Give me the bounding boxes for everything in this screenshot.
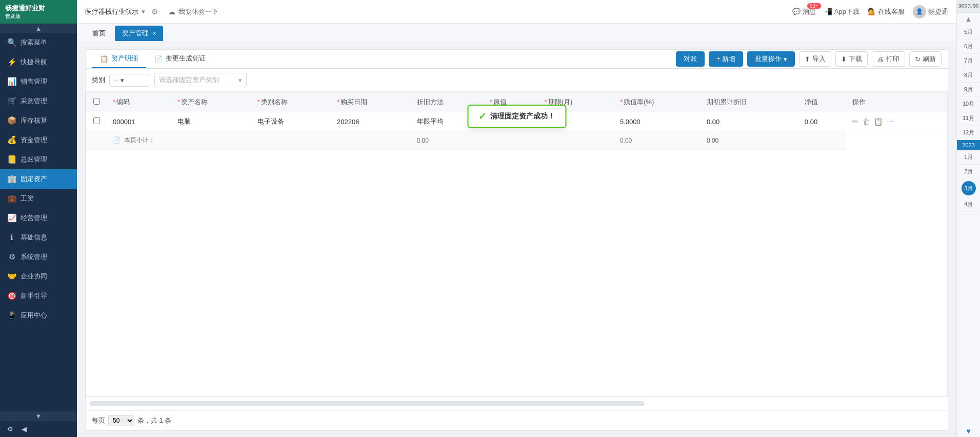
sidebar-item-sales[interactable]: 📊 销售管理 bbox=[0, 72, 77, 91]
experience-button[interactable]: ☁ 我要体验一下 bbox=[168, 7, 218, 16]
per-page-select[interactable]: 50 100 bbox=[108, 415, 134, 426]
right-panel-close-icon[interactable]: ✕ bbox=[973, 2, 978, 9]
sidebar-item-label: 资金管理 bbox=[21, 135, 47, 145]
new-button[interactable]: + 新增 bbox=[709, 51, 743, 67]
sub-tab-asset-detail[interactable]: 📋 资产明细 bbox=[92, 50, 146, 68]
company-selector[interactable]: 医疗器械行业演示 ▾ bbox=[85, 7, 145, 16]
sidebar-item-quicknav[interactable]: ⚡ 快捷导航 bbox=[0, 52, 77, 72]
timeline-month-may[interactable]: 5月 bbox=[957, 25, 980, 39]
sidebar-item-label: 快捷导航 bbox=[21, 57, 47, 67]
topbar-right: 💬 消息 99+ 📲 App下载 💁 在线客服 👤 畅捷通 bbox=[792, 5, 948, 18]
total-label: 条，共 1 条 bbox=[137, 416, 171, 425]
batch-button[interactable]: 批量操作 ▾ bbox=[747, 51, 795, 67]
tab-home[interactable]: 首页 bbox=[85, 26, 113, 41]
timeline-month-jul[interactable]: 7月 bbox=[957, 54, 980, 68]
change-voucher-icon: 📄 bbox=[154, 55, 163, 63]
experience-cloud-icon: ☁ bbox=[168, 8, 175, 16]
app-download-button[interactable]: 📲 App下载 bbox=[824, 7, 859, 16]
right-panel-expand-icon[interactable]: ⤢ bbox=[959, 2, 964, 9]
header-purchase-date: *购买日期 bbox=[331, 92, 410, 112]
import-button[interactable]: ⬆ 导入 bbox=[799, 51, 831, 67]
print-button[interactable]: 🖨 打印 bbox=[872, 51, 905, 67]
reconcile-button[interactable]: 对账 bbox=[676, 51, 705, 67]
message-button[interactable]: 💬 消息 99+ bbox=[792, 7, 816, 16]
timeline-month-dec[interactable]: 12月 bbox=[957, 126, 980, 140]
online-service-icon: 💁 bbox=[868, 8, 876, 15]
sub-tab-change-voucher[interactable]: 📄 变更生成凭证 bbox=[146, 50, 214, 68]
row-action-icons: ✏ 🗑 📋 ⋯ bbox=[852, 117, 941, 126]
timeline-month-mar-active[interactable]: 3月 bbox=[962, 181, 976, 195]
timeline-month-aug[interactable]: 8月 bbox=[957, 68, 980, 83]
timeline-heart-icon[interactable]: ♥ bbox=[964, 425, 972, 437]
payroll-icon: 💼 bbox=[7, 194, 16, 203]
fixed-assets-icon: 🏢 bbox=[7, 174, 16, 184]
search-icon: 🔍 bbox=[7, 38, 16, 47]
subtotal-initial-accumulated: 0.00 bbox=[614, 131, 701, 150]
batch-label: 批量操作 bbox=[755, 54, 782, 64]
user-menu[interactable]: 👤 畅捷通 bbox=[913, 5, 948, 18]
sidebar-item-search[interactable]: 🔍 搜索菜单 bbox=[0, 33, 77, 52]
sidebar-item-fixed-assets[interactable]: 🏢 固定资产 bbox=[0, 169, 77, 189]
delete-icon[interactable]: 🗑 bbox=[863, 117, 870, 126]
sidebar-nav: 🔍 搜索菜单 ⚡ 快捷导航 📊 销售管理 🛒 采购管理 📦 库存核算 💰 资金管… bbox=[0, 33, 77, 411]
timeline-scroll-up[interactable]: ▲ bbox=[963, 13, 974, 25]
sidebar-item-label: 应用中心 bbox=[21, 311, 47, 320]
timeline-month-jun[interactable]: 6月 bbox=[957, 39, 980, 54]
import-icon: ⬆ bbox=[805, 55, 810, 63]
sidebar-item-system[interactable]: ⚙ 系统管理 bbox=[0, 247, 77, 267]
horizontal-scrollbar[interactable] bbox=[90, 401, 645, 406]
funds-icon: 💰 bbox=[7, 135, 16, 145]
timeline-month-oct[interactable]: 10月 bbox=[957, 97, 980, 111]
sidebar-item-apps[interactable]: 📱 应用中心 bbox=[0, 306, 77, 325]
tab-asset-management[interactable]: 资产管理 × bbox=[115, 26, 163, 41]
more-icon[interactable]: ⋯ bbox=[887, 117, 894, 126]
header-net-value: 净值 bbox=[798, 92, 847, 112]
cell-code: 000001 bbox=[107, 112, 171, 131]
ledger-icon: 📒 bbox=[7, 155, 16, 164]
logo-sub: 普及版 bbox=[5, 13, 45, 20]
category-type-input[interactable]: 请选择固定资产类别 ▾ bbox=[154, 73, 247, 87]
sidebar-item-label: 工资 bbox=[21, 194, 34, 203]
settings-bottom-icon[interactable]: ⚙ bbox=[7, 425, 13, 433]
experience-label: 我要体验一下 bbox=[178, 7, 218, 16]
sidebar-item-payroll[interactable]: 💼 工资 bbox=[0, 189, 77, 208]
timeline-month-jan[interactable]: 1月 bbox=[957, 150, 980, 165]
operations-icon: 📈 bbox=[7, 213, 16, 223]
refresh-button[interactable]: ↻ 刷新 bbox=[909, 51, 942, 67]
timeline-year-2023: 2023 bbox=[957, 140, 980, 150]
select-all-checkbox[interactable] bbox=[93, 98, 100, 105]
edit-icon[interactable]: ✏ bbox=[852, 117, 858, 126]
timeline-month-apr[interactable]: 4月 bbox=[957, 197, 980, 212]
sidebar-logo: 畅捷通好业财 普及版 bbox=[0, 0, 77, 24]
settings-gear-icon[interactable]: ⚙ bbox=[151, 7, 158, 16]
sidebar-item-guide[interactable]: 🎯 新手引导 bbox=[0, 286, 77, 306]
sidebar-item-ledger[interactable]: 📒 总账管理 bbox=[0, 150, 77, 169]
import-label: 导入 bbox=[812, 54, 826, 64]
category-filter-label: 类别 bbox=[92, 75, 105, 85]
row-checkbox[interactable] bbox=[93, 117, 100, 124]
row-checkbox-cell bbox=[86, 112, 107, 131]
collapse-icon[interactable]: ◀ bbox=[22, 425, 27, 433]
sidebar-item-collab[interactable]: 🤝 企业协同 bbox=[0, 267, 77, 286]
sidebar-item-basic-info[interactable]: ℹ 基础信息 bbox=[0, 228, 77, 247]
sidebar-scroll-up[interactable]: ▲ bbox=[0, 24, 77, 33]
sidebar-item-funds[interactable]: 💰 资金管理 bbox=[0, 130, 77, 150]
sidebar-item-operations[interactable]: 📈 经营管理 bbox=[0, 208, 77, 228]
category-select[interactable]: -- ▾ bbox=[109, 74, 150, 87]
refresh-label: 刷新 bbox=[923, 54, 936, 64]
sidebar-scroll-down[interactable]: ▼ bbox=[0, 411, 77, 421]
download-button[interactable]: ⬇ 下载 bbox=[835, 51, 868, 67]
timeline-month-sep[interactable]: 9月 bbox=[957, 83, 980, 97]
copy-icon[interactable]: 📋 bbox=[874, 117, 883, 126]
basic-info-icon: ℹ bbox=[7, 233, 16, 242]
online-service-button[interactable]: 💁 在线客服 bbox=[868, 7, 905, 16]
pagination-bar: 每页 50 100 条，共 1 条 bbox=[86, 410, 948, 430]
avatar: 👤 bbox=[913, 5, 926, 18]
timeline-month-nov[interactable]: 11月 bbox=[957, 111, 980, 126]
timeline-month-feb[interactable]: 2月 bbox=[957, 165, 980, 179]
sub-tab-change-voucher-label: 变更生成凭证 bbox=[166, 54, 206, 63]
sidebar-item-inventory[interactable]: 📦 库存核算 bbox=[0, 111, 77, 130]
asset-table-wrap: *编码 *资产名称 *类别名称 *购买日期 折旧方法 *原值 *期限(月) *残… bbox=[86, 92, 948, 396]
sidebar-item-purchase[interactable]: 🛒 采购管理 bbox=[0, 91, 77, 111]
tab-close-icon[interactable]: × bbox=[153, 30, 156, 36]
